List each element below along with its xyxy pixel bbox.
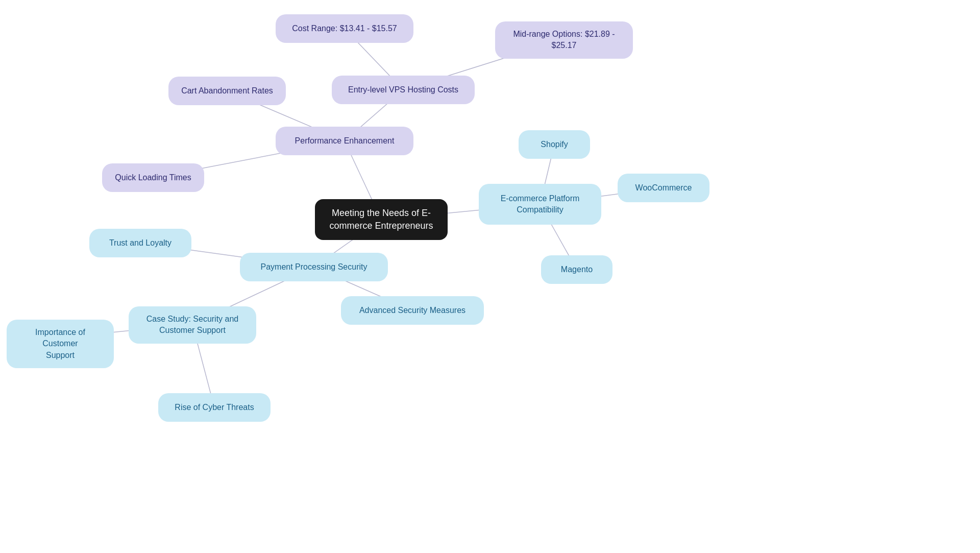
node-quick-loading[interactable]: Quick Loading Times (102, 163, 204, 192)
node-advanced[interactable]: Advanced Security Measures (341, 296, 484, 325)
node-mid-range[interactable]: Mid-range Options: $21.89 - $25.17 (495, 21, 633, 59)
node-cost-range[interactable]: Cost Range: $13.41 - $15.57 (276, 14, 413, 43)
node-trust[interactable]: Trust and Loyalty (89, 229, 191, 257)
node-magento[interactable]: Magento (541, 255, 612, 284)
node-performance[interactable]: Performance Enhancement (276, 127, 413, 155)
connections-svg (0, 0, 980, 553)
node-cyber[interactable]: Rise of Cyber Threats (158, 393, 271, 422)
mindmap-container: Meeting the Needs of E-commerce Entrepre… (0, 0, 980, 553)
node-case-study[interactable]: Case Study: Security and Customer Suppor… (129, 306, 256, 344)
node-woocommerce[interactable]: WooCommerce (618, 174, 709, 202)
node-payment[interactable]: Payment Processing Security (240, 253, 388, 281)
node-shopify[interactable]: Shopify (519, 130, 590, 159)
center-node[interactable]: Meeting the Needs of E-commerce Entrepre… (315, 199, 448, 240)
node-entry-vps[interactable]: Entry-level VPS Hosting Costs (332, 76, 475, 104)
node-ecommerce-platform[interactable]: E-commerce Platform Compatibility (479, 184, 601, 225)
node-cart[interactable]: Cart Abandonment Rates (168, 77, 286, 105)
node-importance[interactable]: Importance of Customer Support (7, 320, 114, 368)
